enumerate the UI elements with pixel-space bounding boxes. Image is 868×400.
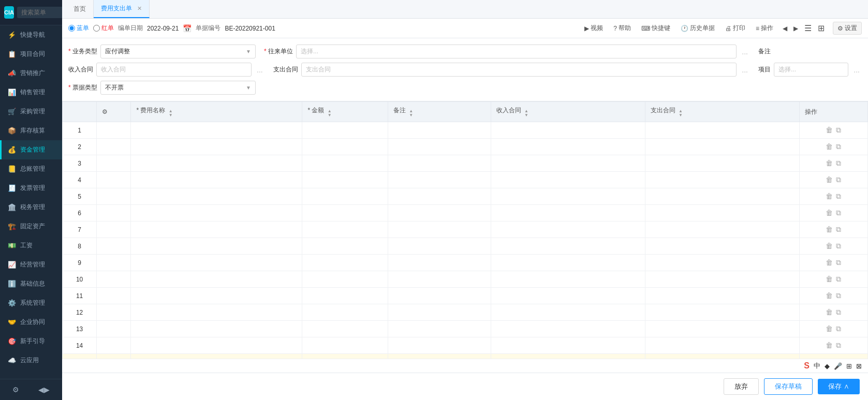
cell-amount-9[interactable] bbox=[302, 255, 388, 271]
cell-income_contract-5[interactable] bbox=[491, 188, 645, 205]
cell-note-11[interactable] bbox=[388, 288, 491, 304]
copy-row-icon-6[interactable]: ⧉ bbox=[836, 209, 841, 217]
delete-row-icon-8[interactable]: 🗑 bbox=[826, 242, 833, 250]
cell-amount-1[interactable] bbox=[302, 122, 388, 139]
tab-expense[interactable]: 费用支出单✕ bbox=[94, 0, 150, 18]
cell-amount-2[interactable] bbox=[302, 139, 388, 155]
tab-home[interactable]: 首页 bbox=[66, 0, 94, 18]
counterpart-more-icon[interactable]: ... bbox=[740, 48, 750, 56]
sidebar-item-sales[interactable]: 📊销售管理 bbox=[0, 83, 62, 102]
cell-expense_contract-3[interactable] bbox=[645, 155, 799, 172]
cell-income_contract-8[interactable] bbox=[491, 238, 645, 255]
cell-note-4[interactable] bbox=[388, 172, 491, 188]
cell-note-2[interactable] bbox=[388, 139, 491, 155]
nav-prev-icon[interactable]: ◀ bbox=[781, 24, 789, 33]
cell-income_contract-7[interactable] bbox=[491, 221, 645, 238]
toolbar-operations-button[interactable]: ≡操作 bbox=[753, 23, 776, 34]
sidebar-item-fixed-assets[interactable]: 🏗️固定资产 bbox=[0, 217, 62, 236]
cell-income_contract-13[interactable] bbox=[491, 321, 645, 337]
cell-amount-3[interactable] bbox=[302, 155, 388, 172]
copy-row-icon-2[interactable]: ⧉ bbox=[836, 142, 841, 151]
cell-amount-11[interactable] bbox=[302, 288, 388, 304]
copy-row-icon-5[interactable]: ⧉ bbox=[836, 192, 841, 201]
counterpart-input[interactable]: 选择... bbox=[296, 45, 737, 58]
cell-amount-12[interactable] bbox=[302, 304, 388, 321]
cell-expense_contract-6[interactable] bbox=[645, 205, 799, 221]
project-more-icon[interactable]: ... bbox=[851, 66, 862, 74]
business-type-select[interactable]: 应付调整 ▼ bbox=[100, 45, 256, 58]
col-header-name[interactable]: * 费用名称 ▲ ▼ bbox=[131, 102, 302, 122]
sort-arrows-income_contract[interactable]: ▲ ▼ bbox=[524, 109, 528, 117]
cell-name-9[interactable] bbox=[131, 255, 302, 271]
cell-name-8[interactable] bbox=[131, 238, 302, 255]
copy-row-icon-13[interactable]: ⧉ bbox=[836, 324, 841, 333]
copy-row-icon-1[interactable]: ⧉ bbox=[836, 126, 841, 135]
tab-close-expense[interactable]: ✕ bbox=[137, 5, 142, 12]
cell-income_contract-2[interactable] bbox=[491, 139, 645, 155]
cell-expense_contract-7[interactable] bbox=[645, 221, 799, 238]
sidebar-item-newbie[interactable]: 🎯新手引导 bbox=[0, 332, 62, 351]
sidebar-item-capital[interactable]: 💰资金管理 bbox=[0, 140, 62, 159]
cell-name-1[interactable] bbox=[131, 122, 302, 139]
sort-arrows-note[interactable]: ▲ ▼ bbox=[409, 109, 413, 117]
cell-note-1[interactable] bbox=[388, 122, 491, 139]
cell-expense_contract-5[interactable] bbox=[645, 188, 799, 205]
cell-note-3[interactable] bbox=[388, 155, 491, 172]
cell-note-12[interactable] bbox=[388, 304, 491, 321]
cell-amount-10[interactable] bbox=[302, 271, 388, 288]
cell-income_contract-11[interactable] bbox=[491, 288, 645, 304]
calendar-icon[interactable]: 📅 bbox=[183, 24, 192, 33]
cell-expense_contract-8[interactable] bbox=[645, 238, 799, 255]
sort-arrows-amount[interactable]: ▲ ▼ bbox=[328, 109, 332, 117]
blue-bill-radio[interactable]: 蓝单 bbox=[68, 24, 89, 33]
sidebar-item-cloud-apps[interactable]: ☁️云应用 bbox=[0, 351, 62, 370]
delete-row-icon-3[interactable]: 🗑 bbox=[826, 159, 833, 168]
cell-note-6[interactable] bbox=[388, 205, 491, 221]
cell-expense_contract-12[interactable] bbox=[645, 304, 799, 321]
cell-amount-4[interactable] bbox=[302, 172, 388, 188]
sort-arrows-expense_contract[interactable]: ▲ ▼ bbox=[679, 109, 683, 117]
toolbar-shortcut-button[interactable]: ⌨快捷键 bbox=[638, 23, 673, 34]
save-draft-button[interactable]: 保存草稿 bbox=[764, 378, 813, 395]
cell-name-3[interactable] bbox=[131, 155, 302, 172]
discard-button[interactable]: 放弃 bbox=[724, 378, 759, 395]
cell-note-10[interactable] bbox=[388, 271, 491, 288]
sidebar-item-project-contract[interactable]: 📋项目合同 bbox=[0, 45, 62, 64]
delete-row-icon-12[interactable]: 🗑 bbox=[826, 308, 833, 317]
cell-amount-14[interactable] bbox=[302, 337, 388, 354]
cell-note-14[interactable] bbox=[388, 337, 491, 354]
expense-contract-input[interactable]: 支出合同 bbox=[301, 63, 737, 77]
copy-row-icon-12[interactable]: ⧉ bbox=[836, 308, 841, 317]
copy-row-icon-10[interactable]: ⧉ bbox=[836, 275, 841, 284]
delete-row-icon-5[interactable]: 🗑 bbox=[826, 192, 833, 201]
cell-income_contract-12[interactable] bbox=[491, 304, 645, 321]
view-list-icon[interactable]: ☰ bbox=[802, 22, 814, 34]
cell-income_contract-14[interactable] bbox=[491, 337, 645, 354]
toolbar-video-button[interactable]: ▶视频 bbox=[581, 23, 606, 34]
delete-row-icon-13[interactable]: 🗑 bbox=[826, 324, 833, 333]
col-header-amount[interactable]: * 金额 ▲ ▼ bbox=[302, 102, 388, 122]
red-bill-radio[interactable]: 红单 bbox=[93, 24, 114, 33]
copy-row-icon-9[interactable]: ⧉ bbox=[836, 258, 841, 267]
cell-name-10[interactable] bbox=[131, 271, 302, 288]
cell-income_contract-4[interactable] bbox=[491, 172, 645, 188]
cell-name-4[interactable] bbox=[131, 172, 302, 188]
sidebar-item-basic-info[interactable]: ℹ️基础信息 bbox=[0, 274, 62, 293]
cell-note-8[interactable] bbox=[388, 238, 491, 255]
delete-row-icon-2[interactable]: 🗑 bbox=[826, 142, 833, 151]
sidebar-item-system[interactable]: ⚙️系统管理 bbox=[0, 293, 62, 313]
copy-row-icon-3[interactable]: ⧉ bbox=[836, 159, 841, 168]
cell-name-2[interactable] bbox=[131, 139, 302, 155]
sort-arrows-name[interactable]: ▲ ▼ bbox=[169, 109, 173, 117]
cell-expense_contract-10[interactable] bbox=[645, 271, 799, 288]
col-header-income_contract[interactable]: 收入合同 ▲ ▼ bbox=[491, 102, 645, 122]
delete-row-icon-11[interactable]: 🗑 bbox=[826, 291, 833, 300]
cell-name-13[interactable] bbox=[131, 321, 302, 337]
cell-amount-8[interactable] bbox=[302, 238, 388, 255]
cell-income_contract-1[interactable] bbox=[491, 122, 645, 139]
sidebar-item-quick-nav[interactable]: ⚡快捷导航 bbox=[0, 25, 62, 45]
cell-note-5[interactable] bbox=[388, 188, 491, 205]
cell-expense_contract-14[interactable] bbox=[645, 337, 799, 354]
save-button[interactable]: 保存 ∧ bbox=[818, 379, 860, 394]
cell-name-5[interactable] bbox=[131, 188, 302, 205]
